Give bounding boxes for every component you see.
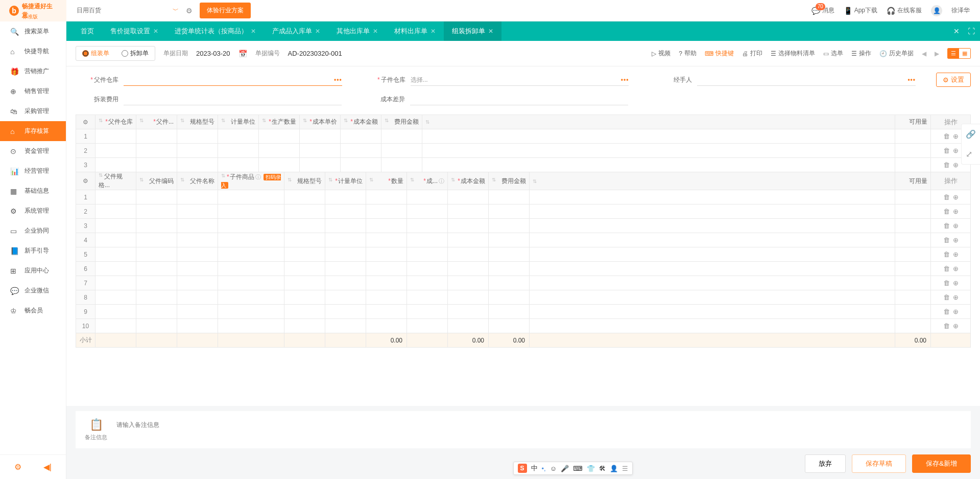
tab-5[interactable]: 材料出库单✕: [386, 21, 444, 41]
channel-dropdown[interactable]: 日用百货 ﹀: [77, 6, 179, 15]
header-gear-icon[interactable]: ⚙: [186, 7, 193, 15]
table-row[interactable]: 9🗑⊕: [76, 305, 971, 319]
copy-icon[interactable]: ⊕: [953, 308, 959, 315]
tab-close-icon[interactable]: ✕: [251, 28, 256, 35]
radio-assembly[interactable]: 组装单: [76, 47, 115, 60]
tab-6[interactable]: 组装拆卸单✕: [444, 21, 501, 41]
table-row[interactable]: 8🗑⊕: [76, 290, 971, 305]
sidebar-item-5[interactable]: ⌂库存核算: [0, 121, 66, 141]
online-service-button[interactable]: 🎧 在线客服: [887, 6, 922, 15]
delete-icon[interactable]: 🗑: [943, 222, 950, 230]
copy-icon[interactable]: ⊕: [953, 236, 959, 244]
select-order-button[interactable]: ▭选单: [823, 49, 843, 58]
radio-disassembly[interactable]: 拆卸单: [115, 47, 155, 60]
discard-button[interactable]: 放弃: [805, 454, 846, 473]
table-row[interactable]: 4🗑⊕: [76, 233, 971, 247]
disassembly-fee-input[interactable]: [124, 93, 342, 105]
sidebar-item-10[interactable]: ▭企业协同: [0, 221, 66, 241]
sidebar-item-8[interactable]: ▦基础信息: [0, 181, 66, 201]
sidebar-item-0[interactable]: 🔍搜索菜单: [0, 21, 66, 41]
tab-fullscreen-icon[interactable]: ⛶: [968, 27, 975, 35]
table-row[interactable]: 1🗑⊕: [76, 129, 971, 144]
tab-close-icon[interactable]: ✕: [488, 28, 493, 35]
parent-warehouse-field[interactable]: *父件仓库 •••: [76, 73, 342, 87]
nav-prev-icon[interactable]: ◀: [922, 50, 926, 57]
tab-4[interactable]: 其他出库单✕: [328, 21, 386, 41]
tab-close-icon[interactable]: ✕: [315, 28, 320, 35]
history-button[interactable]: 🕘历史单据: [879, 49, 914, 58]
table-row[interactable]: 10🗑⊕: [76, 319, 971, 333]
parent-warehouse-input[interactable]: [124, 74, 342, 86]
delete-icon[interactable]: 🗑: [943, 193, 950, 201]
delete-icon[interactable]: 🗑: [943, 236, 950, 244]
copy-icon[interactable]: ⊕: [953, 322, 959, 330]
user-name[interactable]: 徐泽华: [951, 6, 970, 15]
lookup-icon[interactable]: •••: [334, 76, 342, 83]
copy-icon[interactable]: ⊕: [953, 208, 959, 215]
table-row[interactable]: 3🗑⊕: [76, 219, 971, 233]
sidebar-settings-icon[interactable]: ⚙: [14, 462, 21, 472]
sidebar-collapse-icon[interactable]: ◀|: [43, 462, 52, 472]
handler-field[interactable]: 经手人 •••: [649, 73, 916, 87]
table-row[interactable]: 2🗑⊕: [76, 204, 971, 219]
delete-icon[interactable]: 🗑: [943, 132, 950, 140]
sidebar-item-7[interactable]: 📊经营管理: [0, 161, 66, 181]
handler-input[interactable]: [697, 74, 916, 86]
save-draft-button[interactable]: 保存草稿: [852, 454, 906, 473]
print-button[interactable]: 🖨打印: [742, 49, 762, 58]
sidebar-item-4[interactable]: 🛍采购管理: [0, 101, 66, 121]
operate-button[interactable]: ☰操作: [851, 49, 871, 58]
shortcut-button[interactable]: ⌨快捷键: [705, 49, 734, 58]
grid-settings-icon[interactable]: ⚙: [76, 172, 95, 190]
delete-icon[interactable]: 🗑: [943, 308, 950, 315]
sidebar-item-6[interactable]: ⊙资金管理: [0, 141, 66, 161]
user-avatar[interactable]: 👤: [931, 5, 942, 16]
delete-icon[interactable]: 🗑: [943, 208, 950, 215]
sidebar-item-11[interactable]: 📘新手引导: [0, 241, 66, 261]
doc-date-value[interactable]: 2023-03-20: [196, 50, 230, 57]
messages-button[interactable]: 💬 消息 70: [811, 6, 834, 15]
delete-icon[interactable]: 🗑: [943, 293, 950, 301]
calendar-icon[interactable]: 📅: [238, 50, 247, 58]
ime-lang[interactable]: 中: [531, 464, 538, 473]
select-materials-button[interactable]: ☰选择物料清单: [771, 49, 815, 58]
save-new-button[interactable]: 保存&新增: [912, 454, 971, 473]
sidebar-item-12[interactable]: ⊞应用中心: [0, 261, 66, 281]
table-row[interactable]: 1🗑⊕: [76, 190, 971, 204]
table-row[interactable]: 5🗑⊕: [76, 247, 971, 262]
delete-icon[interactable]: 🗑: [943, 265, 950, 272]
copy-icon[interactable]: ⊕: [953, 147, 959, 154]
sidebar-item-1[interactable]: ⌂快捷导航: [0, 41, 66, 61]
video-button[interactable]: ▷视频: [652, 49, 671, 58]
table-row[interactable]: 3🗑⊕: [76, 158, 971, 172]
copy-icon[interactable]: ⊕: [953, 161, 959, 169]
expand-icon[interactable]: ⤢: [962, 144, 980, 164]
info-icon[interactable]: ⓘ: [439, 178, 444, 184]
link-icon[interactable]: 🔗: [962, 124, 980, 144]
settings-button[interactable]: ⚙ 设置: [936, 73, 971, 87]
remarks-input[interactable]: [116, 418, 962, 431]
cost-diff-field[interactable]: 成本差异: [362, 93, 628, 105]
copy-icon[interactable]: ⊕: [953, 293, 959, 301]
copy-icon[interactable]: ⊕: [953, 265, 959, 272]
child-warehouse-input[interactable]: 选择...: [411, 74, 629, 86]
table-row[interactable]: 2🗑⊕: [76, 144, 971, 158]
tab-1[interactable]: 售价提取设置✕: [102, 21, 166, 41]
delete-icon[interactable]: 🗑: [943, 147, 950, 154]
delete-icon[interactable]: 🗑: [943, 322, 950, 330]
app-download-button[interactable]: 📱 App下载: [844, 6, 877, 15]
lookup-icon[interactable]: •••: [621, 76, 629, 83]
tab-close-icon[interactable]: ✕: [153, 28, 158, 35]
delete-icon[interactable]: 🗑: [943, 279, 950, 287]
cost-diff-input[interactable]: [410, 93, 628, 105]
nav-next-icon[interactable]: ▶: [935, 50, 939, 57]
lookup-icon[interactable]: •••: [907, 76, 916, 83]
tab-0[interactable]: 首页: [73, 21, 102, 41]
view-list-icon[interactable]: ☰: [948, 49, 959, 58]
copy-icon[interactable]: ⊕: [953, 222, 959, 230]
cta-button[interactable]: 体验行业方案: [200, 3, 251, 18]
delete-icon[interactable]: 🗑: [943, 161, 950, 169]
copy-icon[interactable]: ⊕: [953, 132, 959, 140]
help-button[interactable]: ?帮助: [679, 49, 697, 58]
view-grid-icon[interactable]: ▦: [959, 49, 970, 58]
